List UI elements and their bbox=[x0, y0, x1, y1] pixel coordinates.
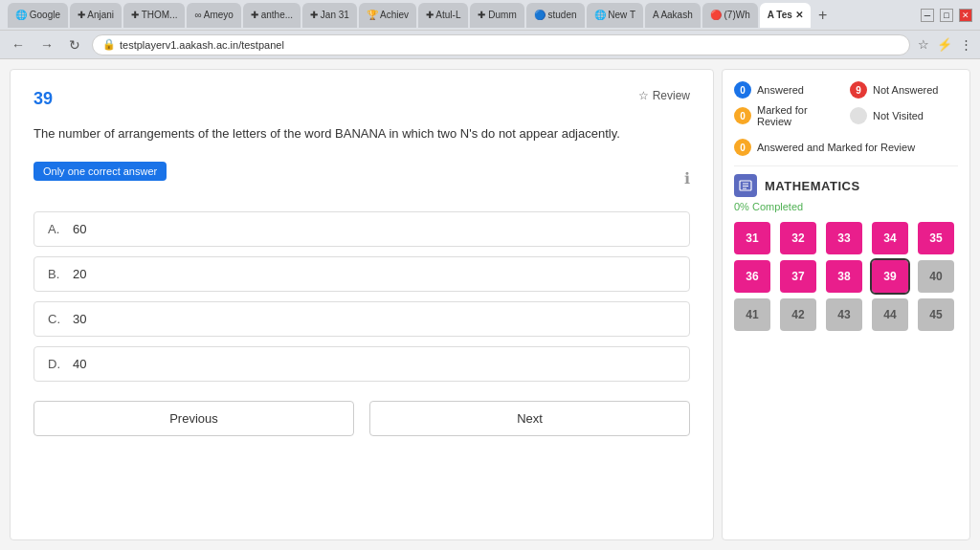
not-visited-label: Not Visited bbox=[873, 110, 924, 121]
legend: 0 Answered 9 Not Answered 0 Marked for R… bbox=[734, 81, 958, 127]
question-btn-39[interactable]: 39 bbox=[872, 260, 908, 293]
legend-marked: 0 Marked for Review bbox=[734, 104, 842, 127]
window-maximize[interactable]: □ bbox=[940, 9, 953, 22]
answered-dot: 0 bbox=[734, 81, 751, 99]
star-icon: ☆ bbox=[638, 89, 649, 102]
tab-atul[interactable]: ✚ Atul-L bbox=[418, 3, 468, 28]
question-btn-43[interactable]: 43 bbox=[826, 298, 862, 331]
tab-anthe[interactable]: ✚ anthe... bbox=[243, 3, 301, 28]
tab-anjani[interactable]: ✚ Anjani bbox=[70, 3, 122, 28]
right-sidebar: 0 Answered 9 Not Answered 0 Marked for R… bbox=[722, 69, 970, 540]
tab-google[interactable]: 🌐 Google bbox=[8, 3, 68, 28]
subject-header: MATHEMATICS bbox=[734, 174, 958, 197]
previous-button[interactable]: Previous bbox=[33, 401, 354, 436]
legend-answered: 0 Answered bbox=[734, 81, 842, 99]
legend-not-visited: Not Visited bbox=[850, 104, 958, 127]
option-a[interactable]: A. 60 bbox=[33, 211, 690, 247]
option-c-value: 30 bbox=[73, 312, 86, 326]
option-a-value: 60 bbox=[73, 222, 86, 236]
review-button[interactable]: ☆ Review bbox=[638, 89, 690, 102]
not-answered-dot: 9 bbox=[850, 81, 867, 99]
tab-tes[interactable]: A Tes ✕ bbox=[760, 3, 811, 28]
tab-newt[interactable]: 🌐 New T bbox=[587, 3, 644, 28]
marked-dot: 0 bbox=[734, 107, 751, 124]
tab-thom[interactable]: ✚ THOM... bbox=[123, 3, 185, 28]
question-text: The number of arrangements of the letter… bbox=[33, 124, 690, 144]
option-c[interactable]: C. 30 bbox=[33, 301, 690, 337]
option-d-label: D. bbox=[48, 357, 63, 371]
question-btn-40[interactable]: 40 bbox=[918, 260, 954, 293]
not-answered-label: Not Answered bbox=[873, 84, 938, 96]
option-c-label: C. bbox=[48, 312, 63, 326]
option-d[interactable]: D. 40 bbox=[33, 346, 690, 382]
refresh-button[interactable]: ↻ bbox=[65, 35, 84, 55]
marked-label: Marked for Review bbox=[757, 104, 842, 127]
back-button[interactable]: ← bbox=[8, 35, 29, 55]
tab-dumm[interactable]: ✚ Dumm bbox=[470, 3, 523, 28]
option-d-value: 40 bbox=[73, 357, 86, 371]
menu-icon[interactable]: ⋮ bbox=[960, 37, 972, 52]
bookmark-icon[interactable]: ☆ bbox=[918, 37, 929, 52]
url-input[interactable]: 🔒 testplayerv1.aakash.ac.in/testpanel bbox=[92, 34, 910, 55]
question-btn-37[interactable]: 37 bbox=[780, 260, 816, 293]
bottom-navigation: Previous Next bbox=[33, 391, 690, 436]
tab-7wh[interactable]: 🔴 (7)Wh bbox=[702, 3, 758, 28]
question-btn-32[interactable]: 32 bbox=[780, 222, 816, 254]
question-number-grid: 313233343536373839404142434445 bbox=[734, 222, 958, 331]
tab-ameyo[interactable]: ∞ Ameyo bbox=[187, 3, 240, 28]
question-btn-42[interactable]: 42 bbox=[780, 298, 816, 331]
legend-not-answered: 9 Not Answered bbox=[850, 81, 958, 99]
forward-button[interactable]: → bbox=[36, 35, 57, 55]
window-minimize[interactable]: ─ bbox=[921, 9, 934, 22]
tabs-container: 🌐 Google ✚ Anjani ✚ THOM... ∞ Ameyo ✚ an… bbox=[8, 3, 834, 28]
main-content: 39 ☆ Review The number of arrangements o… bbox=[0, 59, 980, 550]
option-a-label: A. bbox=[48, 222, 63, 236]
tab-jan31[interactable]: ✚ Jan 31 bbox=[302, 3, 357, 28]
info-icon[interactable]: ℹ bbox=[684, 169, 690, 187]
question-btn-38[interactable]: 38 bbox=[826, 260, 862, 293]
address-bar: ← → ↻ 🔒 testplayerv1.aakash.ac.in/testpa… bbox=[0, 31, 980, 59]
question-btn-41[interactable]: 41 bbox=[734, 298, 770, 331]
extensions-icon[interactable]: ⚡ bbox=[937, 37, 952, 52]
option-b-label: B. bbox=[48, 267, 63, 281]
completed-percentage: 0% Completed bbox=[734, 201, 958, 212]
tab-aakash[interactable]: A Aakash bbox=[645, 3, 701, 28]
url-text: testplayerv1.aakash.ac.in/testpanel bbox=[120, 39, 284, 51]
answered-label: Answered bbox=[757, 84, 804, 96]
subject-name: MATHEMATICS bbox=[765, 179, 860, 193]
divider bbox=[734, 165, 958, 166]
not-visited-dot bbox=[850, 107, 867, 124]
answered-marked-label: Answered and Marked for Review bbox=[757, 142, 915, 153]
option-b[interactable]: B. 20 bbox=[33, 256, 690, 292]
answer-type-badge: Only one correct answer bbox=[33, 162, 167, 181]
lock-icon: 🔒 bbox=[102, 38, 116, 51]
tab-achieve[interactable]: 🏆 Achiev bbox=[359, 3, 416, 28]
option-b-value: 20 bbox=[73, 267, 86, 281]
browser-tab-bar: 🌐 Google ✚ Anjani ✚ THOM... ∞ Ameyo ✚ an… bbox=[0, 0, 980, 31]
review-label: Review bbox=[653, 89, 690, 102]
question-btn-34[interactable]: 34 bbox=[872, 222, 908, 254]
question-btn-35[interactable]: 35 bbox=[918, 222, 954, 254]
legend-answered-marked: 0 Answered and Marked for Review bbox=[734, 139, 958, 156]
question-btn-36[interactable]: 36 bbox=[734, 260, 770, 293]
subject-icon bbox=[734, 174, 757, 197]
question-number: 39 bbox=[33, 89, 53, 109]
tab-studen[interactable]: 🔵 studen bbox=[526, 3, 585, 28]
question-btn-33[interactable]: 33 bbox=[826, 222, 862, 254]
window-close[interactable]: ✕ bbox=[959, 9, 972, 22]
question-header: 39 ☆ Review bbox=[33, 89, 690, 109]
question-btn-31[interactable]: 31 bbox=[734, 222, 770, 254]
question-btn-45[interactable]: 45 bbox=[918, 298, 954, 331]
question-panel: 39 ☆ Review The number of arrangements o… bbox=[10, 69, 714, 540]
next-button[interactable]: Next bbox=[369, 401, 690, 436]
question-btn-44[interactable]: 44 bbox=[872, 298, 908, 331]
answered-marked-dot: 0 bbox=[734, 139, 751, 156]
new-tab-button[interactable]: + bbox=[813, 5, 834, 26]
